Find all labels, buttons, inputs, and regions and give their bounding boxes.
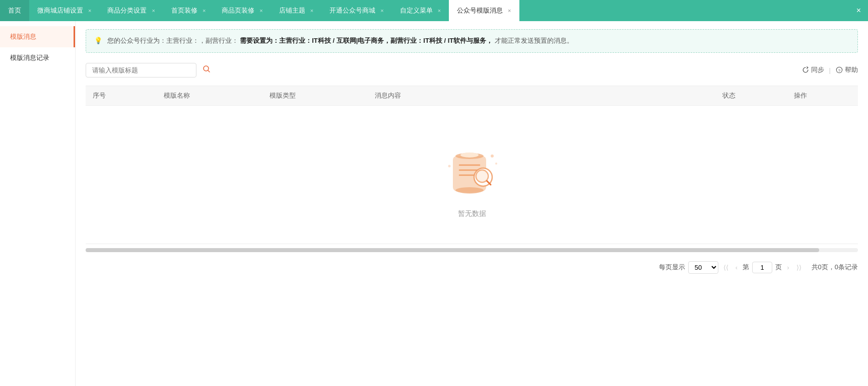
- empty-state: 暂无数据: [93, 111, 851, 239]
- notice-box: 💡 您的公众号行业为：主营行业：，副营行业： 需要设置为：主营行业：IT科技 /…: [86, 29, 858, 53]
- sidebar-label-template-msg: 模版消息: [10, 33, 36, 40]
- notice-highlight: 需要设置为：主营行业：IT科技 / 互联网|电子商务，副营行业：IT科技 / I…: [240, 37, 493, 44]
- svg-point-18: [460, 152, 479, 158]
- nav-item-open-mall[interactable]: 开通公众号商城 ×: [321, 0, 391, 21]
- sidebar-item-template-msg-record[interactable]: 模版消息记录: [0, 47, 75, 68]
- nav-item-product-decor[interactable]: 商品页装修 ×: [214, 0, 271, 21]
- total-count: 共0页，0条记录: [812, 263, 858, 272]
- nav-label-homepage-decor: 首页装修: [171, 6, 197, 15]
- nav-label-template-msg: 公众号模版消息: [457, 6, 503, 15]
- col-content: 消息内容: [368, 86, 715, 105]
- horizontal-scrollbar[interactable]: [86, 248, 858, 252]
- nav-close-custom-menu[interactable]: ×: [438, 8, 441, 14]
- empty-text: 暂无数据: [93, 209, 851, 218]
- next-page-button[interactable]: ›: [785, 263, 791, 272]
- scrollbar-thumb[interactable]: [86, 248, 819, 252]
- search-bar: 同步 | ? 帮助: [86, 63, 858, 78]
- nav-close-homepage-decor[interactable]: ×: [203, 8, 206, 14]
- divider: |: [829, 66, 831, 74]
- col-name: 模版名称: [157, 86, 262, 105]
- nav-item-custom-menu[interactable]: 自定义菜单 ×: [392, 0, 449, 21]
- svg-point-14: [491, 155, 494, 158]
- nav-close-category[interactable]: ×: [152, 8, 155, 14]
- page-unit: 页: [775, 263, 782, 272]
- empty-state-row: 暂无数据: [86, 105, 858, 244]
- nav-label-home: 首页: [8, 6, 21, 15]
- nav-item-store-settings[interactable]: 微商城店铺设置 ×: [29, 0, 99, 21]
- empty-illustration: [442, 141, 502, 201]
- sidebar-item-template-msg[interactable]: 模版消息: [0, 26, 75, 47]
- search-left: [86, 63, 213, 78]
- nav-close-store-theme[interactable]: ×: [310, 8, 313, 14]
- help-label: 帮助: [845, 65, 858, 74]
- svg-point-13: [476, 170, 488, 182]
- svg-point-15: [495, 163, 497, 165]
- content-area: 💡 您的公众号行业为：主营行业：，副营行业： 需要设置为：主营行业：IT科技 /…: [76, 21, 868, 386]
- nav-label-product-decor: 商品页装修: [222, 6, 254, 15]
- search-right: 同步 | ? 帮助: [802, 65, 858, 74]
- last-page-button[interactable]: ⟩⟩: [794, 263, 804, 272]
- svg-text:?: ?: [838, 68, 841, 73]
- close-all-button[interactable]: ×: [849, 0, 868, 21]
- notice-icon: 💡: [94, 37, 102, 44]
- col-action: 操作: [787, 86, 858, 105]
- nav-item-homepage-decor[interactable]: 首页装修 ×: [163, 0, 214, 21]
- pagination: 每页显示 50 10 20 100 ⟨⟨ ‹ 第 页 › ⟩⟩ 共0页，0条记录: [86, 256, 858, 279]
- notice-suffix: 才能正常发送预置的消息。: [495, 37, 573, 44]
- nav-label-open-mall: 开通公众号商城: [329, 6, 375, 15]
- col-seq: 序号: [86, 86, 157, 105]
- first-page-button[interactable]: ⟨⟨: [721, 263, 730, 272]
- svg-point-6: [455, 187, 484, 193]
- sync-button[interactable]: 同步: [802, 65, 824, 74]
- nav-item-template-msg[interactable]: 公众号模版消息 ×: [449, 0, 519, 21]
- nav-close-template-msg[interactable]: ×: [508, 8, 511, 14]
- table-header-row: 序号 模版名称 模版类型 消息内容 状态 操作: [86, 86, 858, 105]
- nav-label-category: 商品分类设置: [107, 6, 147, 15]
- nav-item-home[interactable]: 首页: [0, 0, 29, 21]
- nav-label-store-settings: 微商城店铺设置: [37, 6, 83, 15]
- page-size-select[interactable]: 50 10 20 100: [688, 261, 718, 274]
- sidebar-label-template-msg-record: 模版消息记录: [10, 54, 49, 61]
- nav-item-category[interactable]: 商品分类设置 ×: [99, 0, 163, 21]
- notice-prefix: 您的公众号行业为：主营行业：，副营行业：: [107, 37, 238, 44]
- data-table: 序号 模版名称 模版类型 消息内容 状态 操作: [86, 86, 858, 244]
- col-status: 状态: [715, 86, 786, 105]
- svg-point-16: [448, 165, 450, 167]
- nav-item-store-theme[interactable]: 店铺主题 ×: [271, 0, 321, 21]
- nav-close-product-decor[interactable]: ×: [259, 8, 262, 14]
- prev-page-button[interactable]: ‹: [733, 263, 740, 272]
- sidebar: 模版消息 模版消息记录: [0, 21, 76, 386]
- top-nav: 首页 微商城店铺设置 × 商品分类设置 × 首页装修 × 商品页装修 × 店铺主…: [0, 0, 868, 21]
- nav-label-store-theme: 店铺主题: [279, 6, 305, 15]
- page-size-label: 每页显示: [659, 263, 685, 272]
- nav-close-open-mall[interactable]: ×: [380, 8, 383, 14]
- col-type: 模版类型: [262, 86, 368, 105]
- nav-label-custom-menu: 自定义菜单: [400, 6, 433, 15]
- search-input[interactable]: [86, 63, 196, 78]
- sync-label: 同步: [811, 65, 824, 74]
- page-label: 第: [743, 263, 749, 272]
- help-button[interactable]: ? 帮助: [836, 65, 858, 74]
- nav-close-store-settings[interactable]: ×: [88, 8, 91, 14]
- main-layout: 模版消息 模版消息记录 💡 您的公众号行业为：主营行业：，副营行业： 需要设置为…: [0, 21, 868, 386]
- page-number-input[interactable]: [752, 262, 772, 273]
- search-button[interactable]: [201, 63, 213, 77]
- svg-line-1: [208, 70, 210, 72]
